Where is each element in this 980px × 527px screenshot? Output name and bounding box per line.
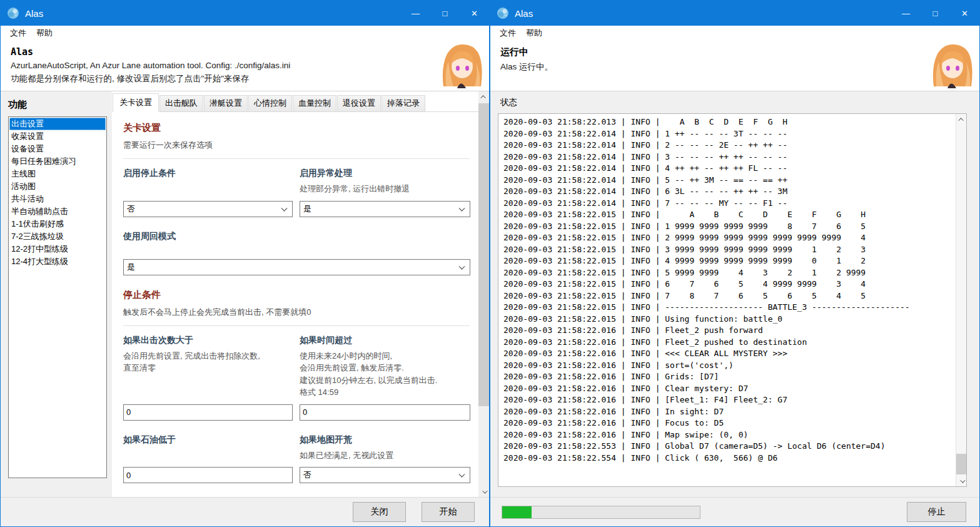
tab[interactable]: 出击舰队 <box>159 95 203 111</box>
chevron-down-icon <box>482 488 487 493</box>
close-button[interactable]: ✕ <box>950 1 979 26</box>
chevron-down-icon <box>459 263 465 269</box>
sidebar-item[interactable]: 12-2打中型练级 <box>9 243 106 255</box>
progress-fill <box>502 506 532 518</box>
chevron-up-icon <box>958 118 963 123</box>
log-line: 2020-09-03 21:58:22.016 | INFO | Fleet_2… <box>503 325 953 337</box>
desktop: Alas — □ ✕ 文件 帮助 Alas AzurLaneAutoScript… <box>0 0 980 527</box>
log-line: 2020-09-03 21:58:22.016 | INFO | sort=('… <box>503 360 953 372</box>
sidebar-item[interactable]: 活动图 <box>9 180 106 193</box>
log-line: 2020-09-03 21:58:22.015 | INFO | 1 9999 … <box>503 221 953 233</box>
log-line: 2020-09-03 21:58:22.014 | INFO | 1 ++ --… <box>503 128 953 140</box>
footer: 关闭 开始 <box>1 497 489 526</box>
function-listbox: 出击设置 收菜设置 设备设置 每日任务困难演习 主线图 活动图 共斗活动 半自 <box>8 116 107 478</box>
stop-button[interactable]: 停止 <box>907 502 966 522</box>
window-title: Alas <box>515 8 533 19</box>
log-line: 2020-09-03 21:58:22.016 | INFO | Clear m… <box>503 383 953 395</box>
close-window-button[interactable]: 关闭 <box>353 502 406 522</box>
log-line: 2020-09-03 21:58:22.015 | INFO | -------… <box>503 302 953 314</box>
field-exception-handling: 启用异常处理 处理部分异常, 运行出错时撤退 是 <box>300 168 470 217</box>
log-line: 2020-09-03 21:58:22.016 | INFO | Grids: … <box>503 371 953 383</box>
sidebar-item[interactable]: 每日任务困难演习 <box>9 155 106 168</box>
stop-condition-enable-select[interactable]: 否 <box>123 201 293 217</box>
scroll-down-button[interactable] <box>478 486 489 497</box>
sidebar-item[interactable]: 1-1伏击刷好感 <box>9 218 106 230</box>
log-line: 2020-09-03 21:58:22.015 | INFO | Using f… <box>503 314 953 325</box>
menu-file[interactable]: 文件 <box>5 26 31 40</box>
tab-bar: 关卡设置 出击舰队 潜艇设置 心情控制 血量控制 退役设置 掉落记录 <box>112 91 478 112</box>
log-output: 2020-09-03 21:58:22.013 | INFO | A B C D… <box>503 116 953 484</box>
tab[interactable]: 心情控制 <box>248 95 292 111</box>
sidebar: 功能 出击设置 收菜设置 设备设置 每日任务困难演习 主线图 活动图 <box>1 91 112 497</box>
maximize-button[interactable]: □ <box>430 1 460 26</box>
log-line: 2020-09-03 21:58:22.553 | INFO | Global … <box>503 441 953 453</box>
field-stop-condition-enable: 启用停止条件 否 <box>123 168 293 217</box>
menubar: 文件 帮助 <box>490 26 979 40</box>
app-header: Alas AzurLaneAutoScript, An Azur Lane au… <box>1 40 489 91</box>
desc-line: 建议提前10分钟左右, 以完成当前出击. <box>300 374 470 387</box>
sidebar-item[interactable]: 出击设置 <box>9 118 106 130</box>
menu-help[interactable]: 帮助 <box>31 26 58 40</box>
map-clear-select[interactable]: 否 <box>300 467 470 483</box>
divider <box>123 325 470 326</box>
chevron-down-icon <box>459 471 465 478</box>
sidebar-item[interactable]: 收菜设置 <box>9 130 106 143</box>
run-status-title: 运行中 <box>500 46 979 58</box>
log-line: 2020-09-03 21:58:22.016 | INFO | Map swi… <box>503 429 953 441</box>
menu-file[interactable]: 文件 <box>495 26 521 40</box>
sidebar-item[interactable]: 设备设置 <box>9 143 106 155</box>
scrollbar-thumb[interactable] <box>956 454 967 474</box>
if-time-exceeds-input[interactable] <box>300 404 470 421</box>
scroll-up-button[interactable] <box>956 114 967 125</box>
desc-line: 会沿用先前设置, 触发后清零. <box>300 362 470 374</box>
app-description: AzurLaneAutoScript, An Azur Lane automat… <box>11 61 489 70</box>
scroll-down-button[interactable] <box>956 476 967 486</box>
tab[interactable]: 掉落记录 <box>381 95 425 111</box>
sidebar-item[interactable]: 共斗活动 <box>9 193 106 205</box>
desc-line: 直至清零 <box>123 362 293 374</box>
desc-line: 会沿用先前设置, 完成出击将扣除次数, <box>123 350 293 362</box>
scrollbar-thumb[interactable] <box>478 103 489 406</box>
chevron-up-icon <box>480 95 485 100</box>
tab[interactable]: 血量控制 <box>293 95 336 111</box>
sidebar-item[interactable]: 主线图 <box>9 168 106 180</box>
tab[interactable]: 关卡设置 <box>113 93 159 112</box>
tab[interactable]: 潜艇设置 <box>204 95 248 111</box>
desc-line: 使用未来24小时内的时间, <box>300 350 470 362</box>
log-line: 2020-09-03 21:58:22.016 | INFO | <<< CLE… <box>503 348 953 360</box>
sidebar-item[interactable]: 7-2三战拣垃圾 <box>9 230 106 243</box>
menubar: 文件 帮助 <box>1 26 489 40</box>
app-icon <box>6 6 20 20</box>
log-scrollbar <box>956 114 966 486</box>
maximize-button[interactable]: □ <box>921 1 950 26</box>
loop-mode-select[interactable]: 是 <box>123 259 470 275</box>
scrollbar <box>478 91 489 497</box>
sidebar-item[interactable]: 半自动辅助点击 <box>9 205 106 218</box>
settings-content: 关卡设置 需要运行一次来保存选项 启用停止条件 否 <box>112 112 478 497</box>
exception-handling-select[interactable]: 是 <box>300 201 470 217</box>
app-icon <box>496 6 510 20</box>
minimize-button[interactable]: — <box>401 1 430 26</box>
menu-help[interactable]: 帮助 <box>521 26 547 40</box>
log-line: 2020-09-03 21:58:22.014 | INFO | 7 -- --… <box>503 198 953 210</box>
sidebar-heading: 功能 <box>8 99 107 111</box>
field-loop-mode: 使用周回模式 是 <box>123 231 470 275</box>
if-count-greater-input[interactable] <box>123 404 293 421</box>
tab[interactable]: 退役设置 <box>337 95 381 111</box>
footer: 停止 <box>490 497 979 526</box>
sidebar-item[interactable]: 12-4打大型练级 <box>9 255 106 268</box>
scroll-up-button[interactable] <box>478 91 489 102</box>
close-button[interactable]: ✕ <box>460 1 489 26</box>
log-line: 2020-09-03 21:58:22.014 | INFO | 5 -- ++… <box>503 175 953 187</box>
section-desc: 需要运行一次来保存选项 <box>123 140 470 151</box>
run-header: 运行中 Alas 运行中。 <box>490 40 979 91</box>
log-line: 2020-09-03 21:58:22.015 | INFO | 4 9999 … <box>503 255 953 267</box>
minimize-button[interactable]: — <box>891 1 921 26</box>
chevron-down-icon <box>960 478 965 483</box>
app-title: Alas <box>11 46 489 58</box>
window-title: Alas <box>25 8 43 19</box>
log-line: 2020-09-03 21:58:22.015 | INFO | 5 9999 … <box>503 267 953 279</box>
log-line: 2020-09-03 21:58:22.015 | INFO | 6 7 6 5… <box>503 279 953 290</box>
if-oil-below-input[interactable] <box>123 467 293 483</box>
start-button[interactable]: 开始 <box>422 502 475 522</box>
